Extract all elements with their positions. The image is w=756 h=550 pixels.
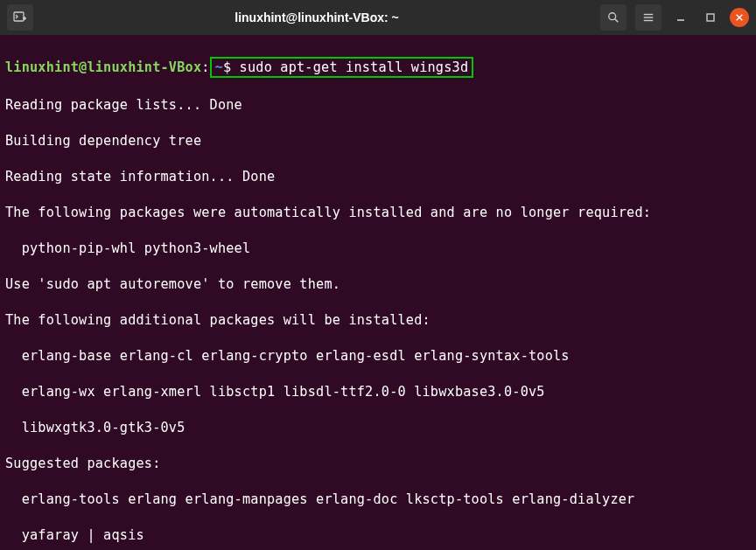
prompt-dollar: $: [223, 59, 231, 75]
svg-rect-9: [707, 14, 714, 21]
prompt-line: linuxhint@linuxhint-VBox:~$ sudo apt-get…: [5, 57, 751, 79]
svg-line-4: [615, 19, 619, 23]
output-line: yafaray | aqsis: [5, 526, 751, 545]
titlebar-left-controls: [7, 4, 33, 31]
terminal-plus-icon: [13, 10, 27, 24]
output-line: Use 'sudo apt autoremove' to remove them…: [5, 275, 751, 294]
maximize-button[interactable]: [700, 7, 721, 28]
output-line: libwxgtk3.0-gtk3-0v5: [5, 419, 751, 437]
terminal-content[interactable]: linuxhint@linuxhint-VBox:~$ sudo apt-get…: [0, 35, 756, 550]
prompt-user-host: linuxhint@linuxhint-VBox: [5, 59, 201, 75]
search-button[interactable]: [600, 4, 626, 31]
output-line: erlang-tools erlang erlang-manpages erla…: [5, 491, 751, 509]
output-line: Building dependency tree: [5, 132, 751, 150]
output-line: erlang-wx erlang-xmerl libsctp1 libsdl-t…: [5, 383, 751, 401]
prompt-colon: :: [201, 59, 209, 75]
output-line: The following packages were automaticall…: [5, 204, 751, 222]
output-line: Reading state information... Done: [5, 168, 751, 186]
minimize-icon: [676, 12, 686, 23]
prompt-path: ~: [215, 59, 223, 75]
titlebar-right-controls: [600, 4, 749, 31]
output-line: The following additional packages will b…: [5, 311, 751, 330]
close-icon: [735, 13, 744, 22]
output-line: python-pip-whl python3-wheel: [5, 240, 751, 258]
output-line: erlang-base erlang-cl erlang-crypto erla…: [5, 347, 751, 366]
new-tab-button[interactable]: [7, 4, 33, 31]
close-button[interactable]: [730, 8, 749, 27]
command-highlight-box: ~$ sudo apt-get install wings3d: [210, 57, 474, 79]
svg-rect-0: [14, 12, 24, 21]
titlebar: linuxhint@linuxhint-VBox: ~: [0, 0, 756, 35]
hamburger-icon: [642, 11, 654, 24]
window-title: linuxhint@linuxhint-VBox: ~: [40, 10, 593, 24]
output-line: Suggested packages:: [5, 455, 751, 473]
maximize-icon: [705, 12, 716, 23]
search-icon: [607, 11, 620, 24]
svg-point-3: [609, 13, 616, 20]
minimize-button[interactable]: [670, 7, 691, 28]
command-text: sudo apt-get install wings3d: [231, 59, 468, 75]
menu-button[interactable]: [635, 4, 662, 31]
output-line: Reading package lists... Done: [5, 96, 751, 115]
